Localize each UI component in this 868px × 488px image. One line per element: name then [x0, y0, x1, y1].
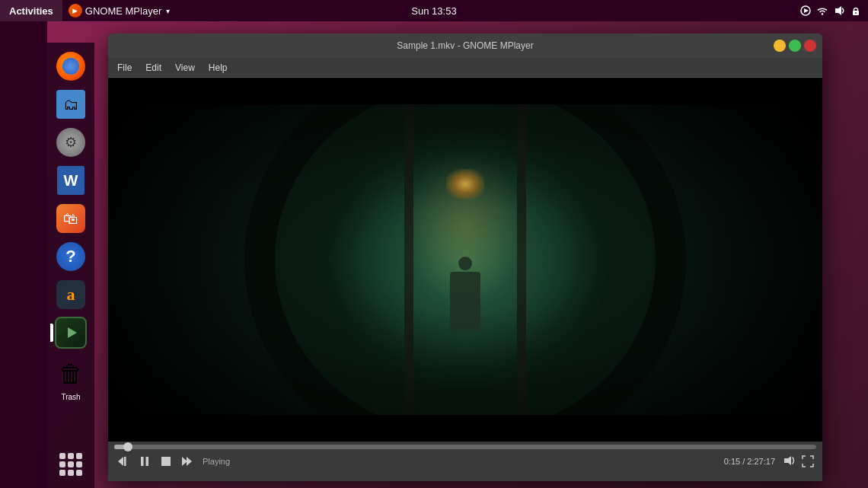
menubar: File Edit View Help	[108, 58, 822, 78]
time-display: 0:15 / 2:27:17	[724, 457, 775, 466]
svg-marker-14	[784, 456, 791, 465]
window-titlebar: Sample 1.mkv - GNOME MPlayer − □ ×	[108, 33, 822, 58]
pause-button[interactable]	[136, 452, 154, 470]
playing-label: Playing	[203, 457, 230, 466]
svg-point-2	[822, 13, 823, 14]
window-controls: − □ ×	[774, 40, 816, 52]
controlbar: Playing 0:15 / 2:27:17	[108, 442, 822, 481]
svg-marker-7	[118, 457, 123, 466]
grid-icon	[59, 453, 82, 476]
app-menu-arrow-icon: ▾	[166, 7, 170, 15]
dock-item-amazon[interactable]: a	[53, 277, 88, 312]
dock-item-writer[interactable]: W	[53, 163, 88, 198]
dock-item-settings[interactable]: ⚙	[53, 125, 88, 160]
stop-button[interactable]	[157, 452, 175, 470]
window-minimize-button[interactable]: −	[774, 40, 786, 52]
dock-item-help[interactable]: ?	[53, 239, 88, 274]
trash-container: 🗑 Trash	[53, 356, 88, 401]
window-title: Sample 1.mkv - GNOME MPlayer	[397, 40, 533, 51]
volume-button[interactable]	[783, 455, 796, 469]
app-menu[interactable]: ▶ GNOME MPlayer ▾	[62, 0, 176, 21]
svg-rect-11	[161, 457, 171, 466]
menu-help[interactable]: Help	[203, 61, 234, 75]
video-content	[108, 78, 822, 442]
writer-icon: W	[57, 166, 85, 195]
help-icon: ?	[56, 242, 85, 271]
lock-tray-icon[interactable]	[850, 5, 862, 17]
svg-rect-10	[146, 457, 149, 466]
amazon-icon: a	[56, 280, 85, 309]
topbar: Activities ▶ GNOME MPlayer ▾ Sun 13:53	[0, 0, 868, 21]
desktop: 🗂 ⚙ W 🛍 ? a	[47, 21, 868, 488]
media-tray-icon[interactable]	[799, 5, 812, 17]
dock: 🗂 ⚙ W 🛍 ? a	[47, 43, 94, 488]
video-area[interactable]	[108, 78, 822, 442]
system-tray	[799, 5, 868, 17]
appstore-icon: 🛍	[56, 204, 85, 233]
activities-button[interactable]: Activities	[0, 0, 62, 21]
dock-item-mplayer[interactable]	[53, 315, 88, 350]
fastforward-button[interactable]	[178, 452, 196, 470]
progress-track[interactable]	[114, 445, 816, 449]
dock-item-firefox[interactable]	[53, 49, 88, 84]
fullscreen-button[interactable]	[799, 453, 816, 470]
trash-icon: 🗑	[56, 358, 85, 390]
rewind-button[interactable]	[114, 452, 132, 470]
window-restore-button[interactable]: □	[789, 40, 801, 52]
progress-row	[114, 445, 816, 449]
svg-marker-6	[68, 327, 77, 338]
svg-marker-3	[835, 6, 841, 15]
controls-row: Playing 0:15 / 2:27:17	[114, 452, 816, 470]
menu-edit[interactable]: Edit	[139, 61, 168, 75]
dock-item-appstore[interactable]: 🛍	[53, 201, 88, 236]
network-tray-icon[interactable]	[816, 5, 828, 17]
firefox-icon	[56, 52, 85, 81]
svg-rect-9	[141, 457, 144, 466]
mplayer-icon	[55, 317, 87, 349]
show-applications-button[interactable]	[53, 447, 88, 482]
mplayer-window: Sample 1.mkv - GNOME MPlayer − □ × File …	[108, 33, 822, 481]
menu-file[interactable]: File	[111, 61, 138, 75]
svg-rect-8	[124, 457, 126, 466]
trash-label: Trash	[61, 393, 80, 401]
progress-thumb[interactable]	[123, 442, 132, 451]
menu-view[interactable]: View	[169, 61, 201, 75]
app-menu-label: GNOME MPlayer	[85, 5, 161, 17]
dock-item-files[interactable]: 🗂	[53, 87, 88, 122]
clock[interactable]: Sun 13:53	[411, 5, 456, 17]
svg-point-5	[855, 12, 857, 14]
video-frame	[108, 78, 822, 442]
svg-marker-13	[187, 457, 192, 466]
volume-tray-icon[interactable]	[833, 5, 845, 17]
dock-item-trash[interactable]: 🗑	[53, 356, 88, 391]
svg-marker-12	[182, 457, 187, 466]
gnome-mplayer-icon: ▶	[69, 4, 82, 18]
svg-marker-1	[804, 8, 809, 13]
window-close-button[interactable]: ×	[804, 40, 816, 52]
